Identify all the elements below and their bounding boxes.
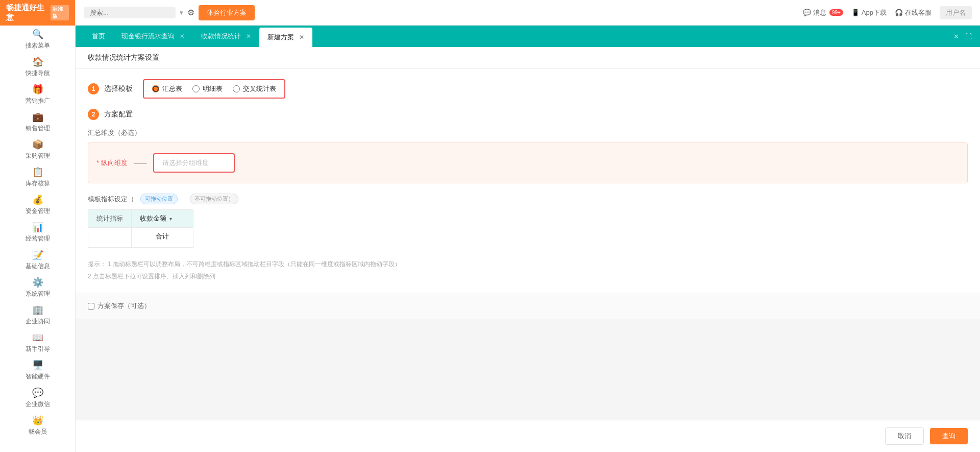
tab-collection[interactable]: 收款情况统计 ✕ <box>193 26 259 47</box>
sidebar-item-wechat[interactable]: 💬 企业微信 <box>0 384 75 412</box>
sidebar-item-label: 企业微信 <box>26 400 50 409</box>
tab-collection-close[interactable]: ✕ <box>246 33 251 40</box>
step1-number: 1 <box>88 83 99 94</box>
hardware-icon: 🖥️ <box>32 360 43 371</box>
sidebar-item-label: 搜索菜单 <box>26 41 50 50</box>
step2-row: 2 方案配置 <box>88 109 968 120</box>
metrics-amount-column: 收款金额 ▾ 合计 <box>132 210 193 247</box>
app-tag: 标准版 <box>51 5 69 20</box>
sidebar-item-operations[interactable]: 📊 经营管理 <box>0 219 75 246</box>
metrics-amount-header[interactable]: 收款金额 ▾ <box>132 210 193 228</box>
tab-bar-right: ✕ ⛶ <box>953 33 972 40</box>
wechat-icon: 💬 <box>32 387 43 398</box>
sidebar-item-system[interactable]: ⚙️ 系统管理 <box>0 274 75 301</box>
dimension-selector[interactable]: 请选择分组维度 <box>153 153 235 173</box>
sidebar-item-newbie[interactable]: 📖 新手引导 <box>0 329 75 356</box>
radio-cross-input[interactable] <box>233 85 240 92</box>
main-area: ▾ ⚙ 体验行业方案 💬 消息 99+ 📱 App下载 🎧 在线客服 用户名 首… <box>76 0 980 452</box>
sidebar-item-label: 基础信息 <box>26 262 50 271</box>
user-avatar[interactable]: 用户名 <box>940 6 972 19</box>
sidebar-item-marketing[interactable]: 🎁 营销推广 <box>0 81 75 108</box>
message-badge: 99+ <box>829 9 843 16</box>
purchase-icon: 📦 <box>32 139 43 150</box>
tab-cashflow[interactable]: 现金银行流水查询 ✕ <box>113 26 193 47</box>
sidebar-item-label: 企业协同 <box>26 317 50 326</box>
sidebar-item-inventory[interactable]: 📋 库存核算 <box>0 163 75 191</box>
sidebar-item-label: 新手引导 <box>26 345 50 353</box>
cancel-button[interactable]: 取消 <box>885 427 924 445</box>
sidebar-item-sales[interactable]: 💼 销售管理 <box>0 108 75 136</box>
support-button[interactable]: 🎧 在线客服 <box>895 8 932 17</box>
tab-collection-label: 收款情况统计 <box>201 32 241 41</box>
metrics-header: 模板指标设定（ 可拖动位置 不可拖动位置） <box>88 194 968 204</box>
sidebar-item-enterprise[interactable]: 🏢 企业协同 <box>0 301 75 329</box>
sidebar-item-purchase[interactable]: 📦 采购管理 <box>0 136 75 163</box>
page-title: 收款情况统计方案设置 <box>88 53 159 61</box>
download-button[interactable]: 📱 App下载 <box>851 8 887 17</box>
tab-home-label: 首页 <box>92 32 105 41</box>
radio-cross[interactable]: 交叉统计表 <box>233 84 276 93</box>
vertical-dimension-label: * 纵向维度 <box>96 158 128 168</box>
metrics-amount-label: 收款金额 <box>140 214 166 223</box>
tab-home[interactable]: 首页 <box>84 26 113 47</box>
save-checkbox-label[interactable]: 方案保存（可选） <box>88 301 151 311</box>
metrics-amount-cell: 合计 <box>132 228 193 245</box>
download-label: App下载 <box>862 8 887 17</box>
save-section: 方案保存（可选） <box>76 293 980 319</box>
metrics-title: 模板指标设定（ <box>88 195 134 204</box>
settings-icon[interactable]: ⚙ <box>187 8 194 17</box>
dropdown-icon[interactable]: ▾ <box>180 9 183 16</box>
tab-expand-icon[interactable]: ⛶ <box>965 33 972 40</box>
draggable-tag: 可拖动位置 <box>140 194 178 204</box>
system-icon: ⚙️ <box>32 277 43 288</box>
metrics-grid-row: 统计指标 收款金额 ▾ 合计 <box>88 210 193 247</box>
sidebar-item-search[interactable]: 🔍 搜索菜单 <box>0 26 75 53</box>
message-icon: 💬 <box>803 9 811 16</box>
tip2: 2.点击标题栏下拉可设置排序、插入列和删除列 <box>88 270 968 282</box>
metrics-section: 模板指标设定（ 可拖动位置 不可拖动位置） 统计指标 收款金额 <box>88 194 968 248</box>
radio-summary-input[interactable] <box>152 85 159 92</box>
save-label: 方案保存（可选） <box>97 301 151 311</box>
sidebar-item-vip[interactable]: 👑 畅会员 <box>0 412 75 439</box>
tab-close-all-icon[interactable]: ✕ <box>953 33 959 40</box>
step2-label: 方案配置 <box>104 110 133 119</box>
sidebar-item-label: 畅会员 <box>29 427 47 436</box>
sidebar-item-label: 销售管理 <box>26 124 50 133</box>
tab-cashflow-close[interactable]: ✕ <box>180 33 185 40</box>
search-menu-icon: 🔍 <box>32 29 43 40</box>
query-button[interactable]: 查询 <box>930 428 968 444</box>
tab-cashflow-label: 现金银行流水查询 <box>121 32 175 41</box>
radio-summary[interactable]: 汇总表 <box>152 84 182 93</box>
enterprise-icon: 🏢 <box>32 304 43 316</box>
finance-icon: 💰 <box>32 194 43 205</box>
sidebar-item-label: 库存核算 <box>26 179 50 188</box>
gift-icon: 🎁 <box>32 84 43 95</box>
step1-row: 1 选择模板 汇总表 明细表 交叉统计表 <box>88 79 968 99</box>
sidebar-item-hardware[interactable]: 🖥️ 智能硬件 <box>0 356 75 384</box>
sidebar-item-label: 经营管理 <box>26 234 50 243</box>
page-header: 收款情况统计方案设置 <box>76 47 980 69</box>
template-options: 汇总表 明细表 交叉统计表 <box>143 79 285 99</box>
tip1: 提示： 1.拖动标题栏可以调整布局，不可跨维度或指标区域拖动栏目字段（只能在同一… <box>88 258 968 270</box>
sidebar: 畅捷通好生意 标准版 🔍 搜索菜单 🏠 快捷导航 🎁 营销推广 💼 销售管理 📦… <box>0 0 76 452</box>
dimension-section: 汇总维度（必选） * 纵向维度 —— 请选择分组维度 <box>88 128 968 183</box>
message-label: 消息 <box>813 8 826 17</box>
metrics-stat-cell <box>88 228 132 247</box>
dimension-box: * 纵向维度 —— 请选择分组维度 <box>88 142 968 183</box>
sidebar-item-finance[interactable]: 💰 资金管理 <box>0 191 75 219</box>
radio-detail[interactable]: 明细表 <box>192 84 223 93</box>
radio-detail-input[interactable] <box>192 85 200 92</box>
save-checkbox[interactable] <box>88 303 94 310</box>
home-icon: 🏠 <box>32 56 43 67</box>
trial-button[interactable]: 体验行业方案 <box>199 5 255 20</box>
app-name: 畅捷通好生意 <box>6 3 48 22</box>
radio-detail-label: 明细表 <box>203 84 223 93</box>
tab-newplan[interactable]: 新建方案 ✕ <box>259 28 312 47</box>
sidebar-item-label: 采购管理 <box>26 152 50 160</box>
message-button[interactable]: 💬 消息 99+ <box>803 8 843 17</box>
metrics-dropdown-icon[interactable]: ▾ <box>169 216 172 222</box>
sidebar-item-nav[interactable]: 🏠 快捷导航 <box>0 53 75 81</box>
tab-newplan-close[interactable]: ✕ <box>299 34 304 41</box>
breadcrumb-search[interactable] <box>84 7 176 18</box>
sidebar-item-basic[interactable]: 📝 基础信息 <box>0 246 75 274</box>
